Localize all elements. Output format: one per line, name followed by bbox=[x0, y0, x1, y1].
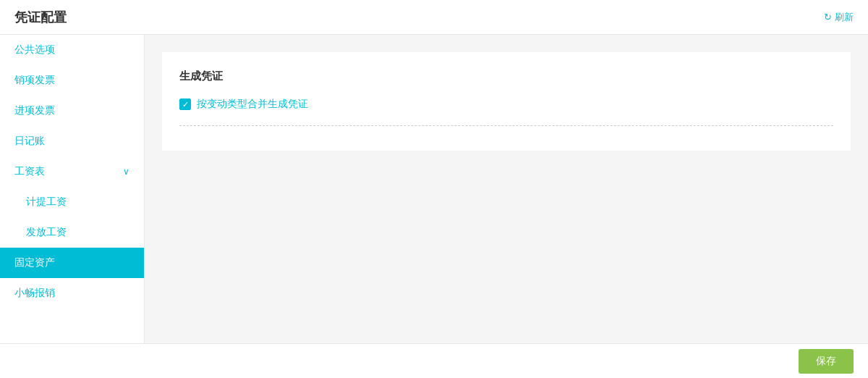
sidebar-item-public-options[interactable]: 公共选项 bbox=[0, 35, 144, 65]
sidebar: 公共选项销项发票进项发票日记账工资表∨计提工资发放工资固定资产小畅报销 bbox=[0, 35, 145, 343]
body: 公共选项销项发票进项发票日记账工资表∨计提工资发放工资固定资产小畅报销 生成凭证… bbox=[0, 35, 868, 343]
sidebar-item-payroll-accrual[interactable]: 计提工资 bbox=[0, 187, 144, 217]
header: 凭证配置 ↻ 刷新 bbox=[0, 0, 868, 35]
content-card: 生成凭证 ✓ 按变动类型合并生成凭证 bbox=[162, 52, 851, 151]
sidebar-item-label: 公共选项 bbox=[14, 43, 55, 56]
sidebar-item-label: 日记账 bbox=[14, 135, 45, 148]
sidebar-item-payroll-issue[interactable]: 发放工资 bbox=[0, 217, 144, 248]
section-divider bbox=[179, 125, 833, 126]
sidebar-item-sales-invoice[interactable]: 销项发票 bbox=[0, 65, 144, 96]
page-wrapper: 凭证配置 ↻ 刷新 公共选项销项发票进项发票日记账工资表∨计提工资发放工资固定资… bbox=[0, 0, 868, 378]
sidebar-item-fixed-assets[interactable]: 固定资产 bbox=[0, 248, 144, 278]
sidebar-item-label: 销项发票 bbox=[14, 74, 55, 87]
sidebar-item-journal[interactable]: 日记账 bbox=[0, 126, 144, 156]
merge-checkbox[interactable]: ✓ bbox=[179, 98, 191, 110]
refresh-label: 刷新 bbox=[835, 11, 854, 24]
page-title: 凭证配置 bbox=[14, 9, 67, 26]
sidebar-item-label: 固定资产 bbox=[14, 256, 55, 269]
section-title: 生成凭证 bbox=[179, 70, 833, 83]
merge-checkbox-label: 按变动类型合并生成凭证 bbox=[197, 98, 308, 111]
chevron-down-icon: ∨ bbox=[123, 167, 129, 177]
sidebar-item-label: 进项发票 bbox=[14, 104, 55, 117]
refresh-icon: ↻ bbox=[824, 12, 832, 22]
sidebar-item-label: 工资表 bbox=[14, 165, 45, 178]
sidebar-item-expense[interactable]: 小畅报销 bbox=[0, 278, 144, 308]
sidebar-item-label: 计提工资 bbox=[26, 196, 67, 209]
refresh-button[interactable]: ↻ 刷新 bbox=[824, 11, 854, 24]
main-content: 生成凭证 ✓ 按变动类型合并生成凭证 bbox=[145, 35, 868, 343]
sidebar-item-label: 小畅报销 bbox=[14, 287, 55, 300]
sidebar-item-payroll[interactable]: 工资表∨ bbox=[0, 156, 144, 187]
checkbox-row: ✓ 按变动类型合并生成凭证 bbox=[179, 98, 833, 111]
sidebar-item-purchase-invoice[interactable]: 进项发票 bbox=[0, 96, 144, 126]
save-button[interactable]: 保存 bbox=[799, 349, 854, 374]
footer: 保存 bbox=[0, 343, 868, 378]
sidebar-item-label: 发放工资 bbox=[26, 226, 67, 239]
checkmark-icon: ✓ bbox=[182, 101, 189, 109]
